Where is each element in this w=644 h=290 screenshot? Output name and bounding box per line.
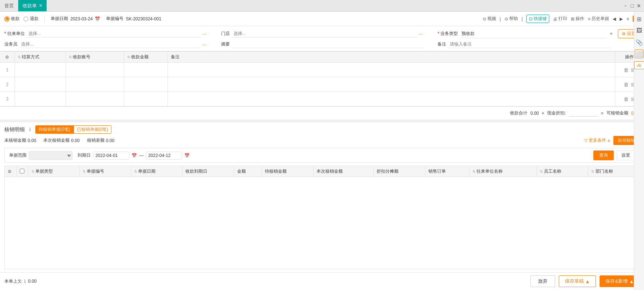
row-2-notes[interactable]: [168, 77, 615, 92]
print-btn[interactable]: 🖨 打印: [553, 16, 567, 22]
history-btn[interactable]: ≡ 历史单据: [588, 16, 609, 22]
bottom-header-counterpart: ⇅ 往来单位名称: [469, 166, 537, 177]
row-1-settlement[interactable]: [15, 63, 66, 77]
total-value: 0.00: [530, 111, 539, 116]
range-label: 单据范围: [9, 152, 27, 158]
row-1-account[interactable]: [66, 63, 124, 77]
pending-tab[interactable]: 待核销单据(0笔): [35, 125, 74, 134]
plus-sign: +: [542, 111, 544, 116]
abandon-btn[interactable]: 放弃: [530, 275, 555, 287]
receipt-refund-toggle: 收款 退款: [4, 16, 39, 22]
receipt-radio-circle: [4, 16, 9, 21]
footer-buttons: 放弃 保存草稿 ▲ 保存&新增 ▲: [530, 275, 640, 287]
right-sidebar: ⊞ 🖼 📎 ⬜ Ai: [634, 12, 644, 290]
row-2-account[interactable]: [66, 77, 124, 92]
business-type-value: 预收款: [460, 30, 607, 38]
maximize-btn[interactable]: □: [631, 3, 634, 9]
sort-icon: ⇅: [69, 55, 72, 59]
refund-radio[interactable]: 退款: [23, 16, 39, 22]
gear-icon: ⚙: [622, 31, 626, 36]
refund-radio-label: 退款: [30, 16, 39, 22]
row-2-amount[interactable]: [124, 77, 168, 92]
summary-row: 收款合计 0.00 + 现金折扣: = 可核销金额 0.00: [0, 106, 644, 119]
completed-tab[interactable]: 已核销单据(0笔): [74, 125, 112, 134]
date-from-input[interactable]: [93, 152, 129, 160]
tab-home[interactable]: 首页: [0, 0, 18, 11]
date-label: 单据日期: [51, 16, 68, 22]
store-more-icon[interactable]: ···: [419, 31, 423, 37]
summary-input[interactable]: [232, 40, 423, 48]
tab-receipt[interactable]: 收款单 ✕: [18, 0, 47, 11]
close-btn[interactable]: ✕: [637, 3, 641, 9]
select-all-checkbox[interactable]: [20, 169, 24, 173]
notes-input[interactable]: [448, 40, 610, 48]
shortcut-btn[interactable]: ⊡ 快捷键: [526, 15, 549, 23]
counterpart-input[interactable]: [27, 30, 201, 38]
info-icon[interactable]: ℹ: [29, 127, 31, 132]
operations-btn[interactable]: ⊞ 操作: [571, 16, 584, 22]
row-3-amount[interactable]: [124, 92, 168, 106]
query-btn[interactable]: 查询: [593, 150, 614, 160]
next-icon[interactable]: ▶: [620, 16, 623, 21]
equals-sign: =: [601, 111, 604, 116]
row-3-account[interactable]: [66, 92, 124, 106]
help-btn[interactable]: ⊙ 帮助: [504, 16, 518, 22]
date-value: 2023-03-24: [70, 16, 93, 21]
salesperson-more-icon[interactable]: ···: [202, 42, 207, 47]
filter-icon: ▽: [584, 138, 588, 143]
row-3-notes[interactable]: [168, 92, 615, 106]
bottom-header-date: ⇅ 单据日期: [131, 166, 182, 177]
row-3-delete-icon[interactable]: 🗑: [624, 96, 629, 102]
row-3-num: 3: [0, 92, 15, 106]
table-header-notes: 备注: [168, 52, 615, 63]
draft-btn[interactable]: 保存草稿 ▲: [559, 275, 596, 287]
store-input[interactable]: [232, 30, 417, 38]
row-1-amount[interactable]: [124, 63, 168, 77]
calendar-from-icon[interactable]: 📅: [131, 153, 137, 158]
receipt-radio[interactable]: 收款: [4, 16, 20, 22]
calendar-to-icon[interactable]: 📅: [184, 153, 190, 158]
bottom-header-checkbox[interactable]: [16, 166, 28, 177]
bottom-header-gear[interactable]: ⚙: [5, 166, 16, 177]
tab-receipt-close[interactable]: ✕: [39, 3, 42, 8]
date-to-input[interactable]: [146, 152, 182, 160]
video-btn[interactable]: ⊙ 视频: [483, 16, 496, 22]
row-2-delete-icon[interactable]: 🗑: [624, 82, 629, 87]
counterpart-more-icon[interactable]: ···: [202, 31, 207, 37]
row-3-settlement[interactable]: [15, 92, 66, 106]
range-field: 单据范围 ▼: [9, 151, 72, 160]
salesperson-input[interactable]: [20, 40, 201, 48]
menu-icon[interactable]: ≡: [627, 16, 629, 21]
summary-label: 摘要: [221, 41, 230, 47]
date-range-field: 到期日 📅 — 📅: [78, 152, 190, 160]
salesperson-label: 业务员: [4, 41, 17, 47]
calendar-icon[interactable]: 📅: [95, 16, 100, 21]
row-1-notes[interactable]: [168, 63, 615, 77]
bottom-data-table: ⚙ ⇅ 单据类型 ⇅ 单据编号 ⇅: [5, 166, 639, 177]
stats-row: 未核销金额 0.00 本次核销金额 0.00 核销差额 0.00 ▽ 更多条件 …: [4, 136, 640, 145]
chevron-down-icon[interactable]: ▼: [609, 31, 613, 36]
prev-icon[interactable]: ◀: [613, 16, 616, 21]
table-header-gear[interactable]: ⚙: [0, 52, 15, 63]
sidebar-attachment-icon[interactable]: 📎: [635, 38, 644, 47]
sidebar-screen-icon[interactable]: ⬜: [635, 50, 644, 58]
range-select[interactable]: [29, 151, 72, 160]
more-conditions-btn[interactable]: ▽ 更多条件 ∧: [584, 137, 610, 144]
minimize-btn[interactable]: －: [623, 3, 628, 9]
due-date-label: 到期日: [78, 152, 91, 158]
row-2-settlement[interactable]: [15, 77, 66, 92]
sidebar-table-icon[interactable]: ⊞: [635, 15, 644, 23]
save-chevron-icon: ▲: [629, 279, 634, 284]
footer-balance: 本单上欠 ℹ 0.00: [4, 278, 36, 285]
total-label: 收款合计: [510, 110, 527, 116]
sidebar-ai-label[interactable]: Ai: [634, 61, 644, 69]
bottom-header-type: ⇅ 单据类型: [28, 166, 79, 177]
row-1-num: 1: [0, 63, 15, 77]
row-1-delete-icon[interactable]: 🗑: [624, 67, 629, 73]
discount-input[interactable]: [569, 110, 598, 117]
filter-settings-btn[interactable]: 设置: [617, 150, 635, 160]
bottom-header-sales-order: 销售订单: [425, 166, 469, 177]
sidebar-image-icon[interactable]: 🖼: [635, 26, 644, 35]
balance-info-icon[interactable]: ℹ: [24, 279, 26, 284]
table-header-settlement: ⇅ 结算方式: [15, 52, 66, 63]
